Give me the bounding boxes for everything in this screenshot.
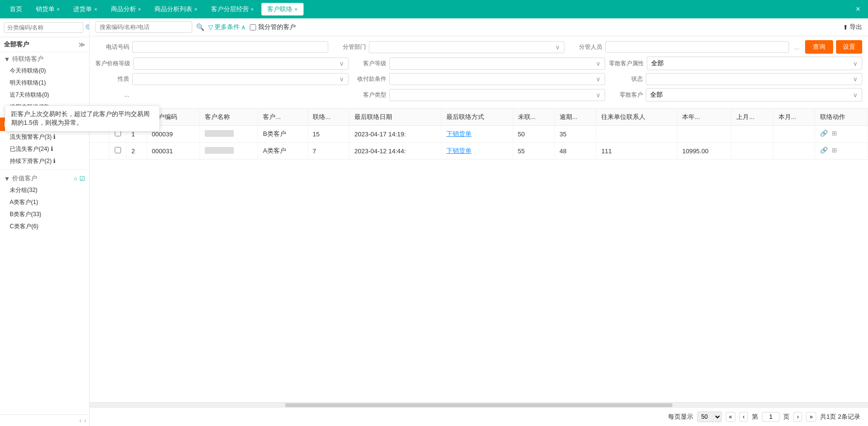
sidebar-item-a-class[interactable]: A类客户(1): [0, 196, 89, 208]
nav-tab-sales[interactable]: 销货单 ×: [30, 3, 65, 15]
nav-tab-purchase-label: 进货单: [73, 5, 92, 14]
row2-checkbox: [109, 143, 126, 160]
filter-customer-grade-field: 客户等级 ∨: [352, 58, 606, 70]
manager-dots[interactable]: ...: [794, 44, 799, 51]
sidebar-all-customers: 全部客户 ≫: [0, 37, 89, 52]
last-page-btn[interactable]: »: [806, 412, 816, 422]
row2-select[interactable]: [115, 147, 121, 153]
close-analysis-list-icon[interactable]: ×: [194, 6, 197, 12]
row1-last-date: 2023-04-17 14:19:: [350, 126, 442, 143]
phone-label: 电话号码: [95, 43, 129, 51]
nav-tab-customer-contact[interactable]: 客户联络 ×: [261, 3, 303, 15]
sidebar-item-churned[interactable]: 已流失客户(24) ℹ: [0, 143, 89, 155]
sidebar-search-area: 🔍: [0, 18, 89, 37]
sidebar-item-churn-warning[interactable]: 流失预警客户(3) ℹ: [0, 131, 89, 143]
row2-action-link-icon[interactable]: 🔗: [820, 147, 828, 154]
filter-price-grade-field: 客户价格等级 ∨: [95, 58, 349, 70]
row2-method-link[interactable]: 下销货单: [446, 147, 472, 154]
row1-method-link[interactable]: 下销货单: [446, 130, 472, 137]
nature-select[interactable]: ∨: [132, 73, 349, 85]
row2-action-copy-icon[interactable]: ⊞: [832, 147, 837, 154]
sidebar-item-ungroup[interactable]: 未分组(32): [0, 184, 89, 196]
row1-overdue: 35: [554, 126, 596, 143]
row1-action-link-icon[interactable]: 🔗: [820, 130, 828, 137]
col-this-year-header: 本年...: [677, 109, 731, 126]
filter-btn-group: 查询 设置: [805, 40, 862, 54]
col-overdue-header: 逾期...: [554, 109, 596, 126]
scatter-attr-select[interactable]: 全部 ∨: [647, 57, 862, 70]
nav-tab-home[interactable]: 首页: [4, 3, 28, 15]
main-search-icon[interactable]: 🔍: [196, 23, 204, 31]
close-customer-contact-icon[interactable]: ×: [294, 6, 297, 12]
sidebar-bottom-right-icon[interactable]: ›: [84, 417, 86, 424]
row1-action-copy-icon[interactable]: ⊞: [832, 130, 837, 137]
nav-tab-purchase[interactable]: 进货单 ×: [67, 3, 103, 15]
first-page-btn[interactable]: «: [726, 412, 736, 422]
row2-index: 2: [126, 143, 147, 160]
customer-type-label: 客户类型: [352, 91, 386, 99]
page-unit: 页: [783, 412, 790, 421]
filter-bar: 🔍 ▽ 更多条件 ∧ 我分管的客户 ⬆ 导出: [90, 18, 868, 36]
horizontal-scrollbar[interactable]: [90, 402, 868, 407]
value-edit-icon[interactable]: ○: [74, 175, 77, 182]
query-button[interactable]: 查询: [805, 40, 833, 54]
sidebar-search-input[interactable]: [4, 22, 83, 33]
customer-grade-select[interactable]: ∨: [389, 58, 606, 70]
sidebar-item-c-class[interactable]: C类客户(6): [0, 220, 89, 233]
sidebar-item-declining[interactable]: 持续下滑客户(2) ℹ: [0, 155, 89, 167]
retail-customer-select[interactable]: 全部 ∨: [646, 88, 862, 102]
close-sales-icon[interactable]: ×: [57, 6, 60, 12]
row2-name: [199, 143, 258, 160]
window-close-button[interactable]: ×: [852, 5, 864, 14]
page-input[interactable]: [762, 412, 779, 422]
sidebar-item-today[interactable]: 今天待联络(0): [0, 65, 89, 77]
main-search-input[interactable]: [95, 21, 192, 33]
scrollbar-thumb[interactable]: [285, 403, 672, 407]
price-grade-select[interactable]: ∨: [133, 58, 349, 70]
page-size-label: 每页显示: [668, 412, 693, 421]
nav-tab-customer-tier-label: 客户分层经营: [211, 5, 249, 14]
retail-customer-value: 全部: [650, 90, 663, 99]
sidebar-item-7days[interactable]: 近7天待联络(0): [0, 89, 89, 101]
sidebar: 🔍 全部客户 ≫ ▼ 待联络客户 今天待联络(0) 明天待联络(1) 近7天待联…: [0, 18, 90, 426]
payment-label: 收付款条件: [352, 75, 386, 83]
more-conditions-btn[interactable]: ▽ 更多条件 ∧: [208, 23, 246, 31]
phone-input[interactable]: [132, 41, 328, 53]
row2-type: A类客户: [258, 143, 307, 160]
filter-customer-type-field: 客户类型 ∨: [352, 89, 606, 101]
nav-tab-sales-label: 销货单: [36, 5, 55, 14]
col-last-date-header: 最后联络日期: [350, 109, 442, 126]
dept-select[interactable]: ∨: [369, 41, 565, 53]
prev-page-btn[interactable]: ‹: [739, 412, 748, 422]
payment-select[interactable]: ∨: [389, 73, 606, 85]
sidebar-item-tomorrow[interactable]: 明天待联络(1): [0, 77, 89, 89]
row1-last-month: [731, 126, 773, 143]
customer-grade-arrow: ∨: [596, 60, 601, 67]
status-select[interactable]: ∨: [646, 73, 862, 85]
close-analysis-icon[interactable]: ×: [138, 6, 141, 12]
export-btn[interactable]: ⬆ 导出: [843, 23, 862, 31]
sidebar-item-b-class[interactable]: B类客户(33): [0, 208, 89, 220]
row1-this-year: [677, 126, 731, 143]
col-contact-count-header: 联络...: [307, 109, 349, 126]
settings-button[interactable]: 设置: [836, 40, 862, 54]
manager-input[interactable]: [605, 41, 789, 53]
nav-tab-customer-tier[interactable]: 客户分层经营 ×: [205, 3, 259, 15]
sidebar-search-icon[interactable]: 🔍: [85, 24, 90, 31]
value-config-icon[interactable]: ☑: [79, 175, 85, 182]
content-area: 🔍 ▽ 更多条件 ∧ 我分管的客户 ⬆ 导出 电话号码: [90, 18, 868, 426]
nav-tab-analysis-list[interactable]: 商品分析列表 ×: [149, 3, 203, 15]
my-customers-checkbox[interactable]: [250, 24, 256, 30]
page-size-select[interactable]: 50 100 200: [697, 411, 722, 422]
collapse-icon[interactable]: ≫: [78, 41, 85, 48]
export-icon: ⬆: [843, 24, 848, 31]
next-page-btn[interactable]: ›: [793, 412, 802, 422]
close-customer-tier-icon[interactable]: ×: [251, 6, 254, 12]
customer-type-select[interactable]: ∨: [389, 89, 606, 101]
row1-actions: 🔗 ⊞: [815, 126, 868, 141]
customer-grade-label: 客户等级: [352, 59, 386, 68]
scatter-attr-value: 全部: [651, 59, 664, 68]
nav-tab-analysis[interactable]: 商品分析 ×: [105, 3, 147, 15]
close-purchase-icon[interactable]: ×: [94, 6, 97, 12]
sidebar-bottom-left-icon[interactable]: ‹: [79, 417, 81, 424]
